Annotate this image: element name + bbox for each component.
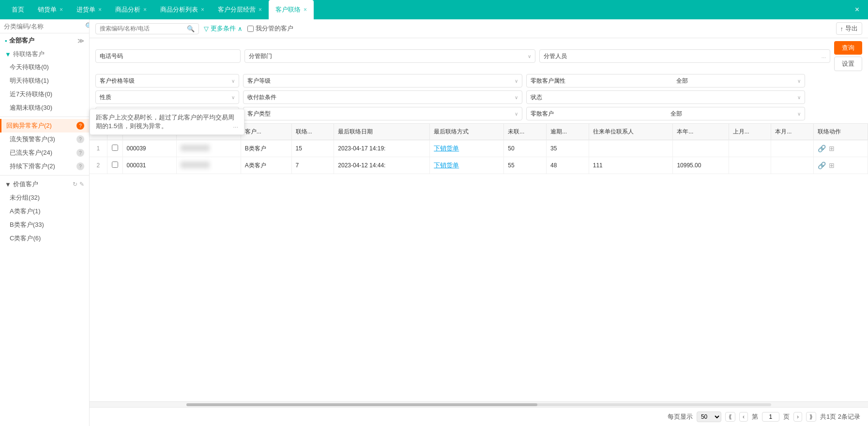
sidebar-overdue-contact[interactable]: 逾期未联络(30): [0, 101, 89, 115]
close-purchase-order[interactable]: ×: [98, 6, 102, 13]
col-last-month: 上月...: [729, 124, 771, 140]
status-arrow: ∨: [797, 95, 801, 100]
row2-name: [177, 157, 241, 174]
row2-last-method[interactable]: 下销货单: [430, 157, 504, 174]
content-area: 🔍 ▽ 更多条件 ∧ 我分管的客户 ↑ 导出 电话号码: [90, 19, 868, 426]
price-tier-field[interactable]: 客户价格等级 ∨: [95, 74, 239, 88]
row1-link-icon[interactable]: 🔗: [818, 145, 826, 152]
row1-last-month: [729, 140, 771, 157]
sidebar-divider2: [0, 175, 89, 176]
more-conditions-btn[interactable]: ▽ 更多条件 ∧: [204, 24, 243, 33]
nature-arrow: ∨: [231, 95, 235, 100]
sidebar-b-class[interactable]: B类客户(33): [0, 218, 89, 232]
scrollbar-area[interactable]: [90, 401, 868, 407]
row2-contact-person: 111: [589, 157, 673, 174]
customer-tier-field[interactable]: 客户等级 ∨: [243, 74, 522, 88]
payment-arrow: ∨: [515, 95, 518, 100]
nav-customer-contact[interactable]: 客户联络 ×: [269, 0, 314, 19]
row1-contact-person: [589, 140, 673, 157]
nav-purchase-order[interactable]: 进货单 ×: [70, 0, 108, 19]
retail-attr-field[interactable]: 零散客户属性 全部 ∨: [526, 74, 805, 88]
close-product-analysis-list[interactable]: ×: [201, 6, 204, 13]
branch-person-field[interactable]: 分管人员 ...: [539, 49, 830, 63]
nav-customer-tier[interactable]: 客户分层经营 ×: [211, 0, 269, 19]
tooltip-close[interactable]: ...: [233, 122, 238, 129]
churned-help-icon[interactable]: ?: [76, 149, 84, 157]
next-page-btn[interactable]: ›: [793, 412, 802, 422]
branch-dept-field[interactable]: 分管部门 ∨: [244, 49, 535, 63]
main-search-input[interactable]: [100, 25, 187, 32]
payment-field[interactable]: 收付款条件 ∨: [243, 90, 522, 104]
retail-customer-field[interactable]: 零散客户 全部 ∨: [526, 107, 805, 120]
churn-help-icon[interactable]: ?: [76, 135, 84, 143]
row1-contact: 15: [291, 140, 334, 157]
nature-field[interactable]: 性质 ∨: [95, 90, 239, 104]
sidebar-tomorrow-pending[interactable]: 明天待联络(1): [0, 74, 89, 88]
prev-page-btn[interactable]: ‹: [739, 412, 748, 422]
nav-close-all[interactable]: ×: [851, 5, 863, 14]
row1-check[interactable]: [112, 145, 118, 151]
customer-tier-arrow: ∨: [515, 78, 518, 84]
retail-attr-arrow: ∨: [797, 78, 801, 84]
row2-grid-icon[interactable]: ⊞: [829, 162, 835, 169]
sidebar-churned[interactable]: 已流失客户(24) ?: [0, 146, 89, 160]
col-contact: 联络...: [291, 124, 334, 140]
edit-icon[interactable]: ✎: [79, 181, 84, 188]
top-nav: 首页 销货单 × 进货单 × 商品分析 × 商品分析列表 × 客户分层经营 × …: [0, 0, 868, 19]
row2-actions: 🔗 ⊞: [814, 157, 868, 174]
close-customer-contact[interactable]: ×: [304, 6, 307, 13]
sidebar-group-pending[interactable]: ▼ 待联络客户: [0, 48, 89, 60]
sidebar-a-class[interactable]: A类客户(1): [0, 205, 89, 218]
row2-checkbox[interactable]: [107, 157, 122, 174]
refresh-icon[interactable]: ↻: [73, 181, 77, 188]
my-customer-checkbox[interactable]: [247, 26, 254, 32]
row1-grid-icon[interactable]: ⊞: [829, 145, 835, 152]
close-product-analysis[interactable]: ×: [143, 6, 147, 13]
page-number-input[interactable]: [762, 412, 779, 422]
sidebar-declining[interactable]: 持续下滑客户(2) ?: [0, 160, 89, 173]
query-button[interactable]: 查询: [834, 41, 862, 55]
anomaly-help-icon[interactable]: ?: [76, 122, 84, 130]
status-field[interactable]: 状态 ∨: [526, 90, 805, 104]
nav-product-analysis[interactable]: 商品分析 ×: [108, 0, 153, 19]
row2-check[interactable]: [112, 162, 118, 168]
nav-home[interactable]: 首页: [5, 0, 31, 19]
sidebar-value-group[interactable]: ▼ 价值客户 ↻ ✎: [0, 177, 89, 191]
sidebar-search-input[interactable]: [4, 23, 85, 30]
nav-sales-order[interactable]: 销货单 ×: [31, 0, 70, 19]
phone-field[interactable]: 电话号码: [95, 49, 241, 63]
tooltip-box: 距客户上次交易时长，超过了此客户的平均交易周期的1.5倍，则视为异常。 ...: [90, 109, 244, 135]
page-end-label: 页: [783, 412, 790, 421]
export-btn[interactable]: ↑ 导出: [836, 22, 863, 35]
close-customer-tier[interactable]: ×: [259, 6, 262, 13]
sidebar-repurchase-anomaly[interactable]: 回购异常客户(2) ?: [0, 119, 89, 132]
close-sales-order[interactable]: ×: [60, 6, 63, 13]
row1-checkbox[interactable]: [107, 140, 122, 157]
per-page-label: 每页显示: [668, 412, 693, 421]
grid-icon: ▪: [5, 37, 7, 44]
sidebar: 🔍 ▪ 全部客户 ≫ ▼ 待联络客户 今天待联络(0) 明天待联络(1) 近: [0, 19, 90, 426]
row1-type: B类客户: [241, 140, 291, 157]
sidebar-churn-warning[interactable]: 流失预警客户(3) ?: [0, 132, 89, 146]
sidebar-today-pending[interactable]: 今天待联络(0): [0, 60, 89, 74]
first-page-btn[interactable]: ⟪: [725, 412, 735, 422]
row1-last-method[interactable]: 下销货单: [430, 140, 504, 157]
main-search-icon[interactable]: 🔍: [187, 25, 195, 32]
customer-type-field[interactable]: 客户类型 ∨: [243, 107, 522, 120]
page-label: 第: [752, 412, 758, 421]
row2-link-icon[interactable]: 🔗: [818, 162, 826, 169]
sidebar-collapse-icon[interactable]: ≫: [77, 37, 84, 44]
col-unlink: 未联...: [504, 124, 547, 140]
declining-help-icon[interactable]: ?: [76, 162, 84, 170]
sidebar-search-icon[interactable]: 🔍: [85, 22, 90, 30]
scrollbar-thumb[interactable]: [186, 403, 537, 406]
set-button[interactable]: 设置: [834, 57, 862, 71]
last-page-btn[interactable]: ⟫: [806, 412, 816, 422]
sidebar-c-class[interactable]: C类客户(6): [0, 232, 89, 245]
col-this-month: 本月...: [771, 124, 814, 140]
sidebar-ungrouped[interactable]: 未分组(32): [0, 191, 89, 205]
sidebar-all-customers[interactable]: ▪ 全部客户 ≫: [0, 33, 89, 48]
sidebar-7days-pending[interactable]: 近7天待联络(0): [0, 88, 89, 101]
nav-product-analysis-list[interactable]: 商品分析列表 ×: [153, 0, 211, 19]
page-size-select[interactable]: 50 100 200: [697, 411, 721, 422]
